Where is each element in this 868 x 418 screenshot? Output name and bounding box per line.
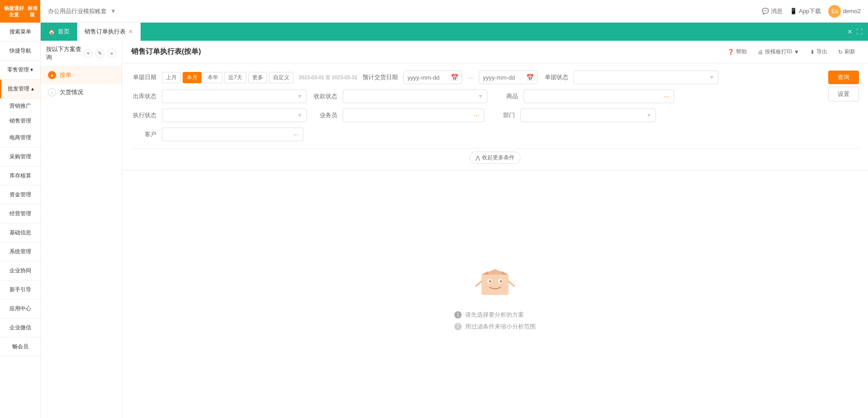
customer-more-btn[interactable]: ··· [288, 128, 303, 141]
exec-status-chevron-icon: ▼ [297, 112, 302, 119]
customer-input[interactable] [162, 128, 288, 141]
date-separator: — [467, 74, 473, 81]
scheme-icon-inactive: ○ [48, 88, 56, 96]
customer-dots-icon: ··· [291, 131, 300, 138]
status-select[interactable]: ▼ [574, 71, 718, 84]
receipt-status-select[interactable]: ▼ [343, 90, 487, 103]
dept-select[interactable]: ▼ [520, 109, 656, 122]
empty-hints: 请先选择要分析的方案 用过滤条件来缩小分析范围 [454, 309, 536, 332]
expected-date-end-wrapper: 📅 [479, 71, 538, 84]
sidebar-item-app-center[interactable]: 应用中心 [0, 299, 40, 318]
sidebar-item-inventory[interactable]: 库存核算 [0, 166, 40, 185]
avatar-initials: Ea [831, 8, 838, 14]
collapse-more-btn[interactable]: ⋀ 收起更多条件 [470, 152, 520, 164]
svg-line-8 [476, 281, 481, 286]
sidebar-item-wholesale[interactable]: 批发管理 ▴ [0, 80, 40, 99]
sidebar-item-purchase[interactable]: 采购管理 [0, 147, 40, 166]
date-btn-more[interactable]: 更多 [248, 72, 267, 83]
sidebar-item-label: 畅会员 [12, 343, 28, 350]
export-btn[interactable]: ⬇ 导出 [807, 46, 831, 57]
home-icon: 🏠 [48, 28, 55, 35]
sidebar-item-enterprise[interactable]: 企业协同 [0, 261, 40, 280]
tab-close-icon[interactable]: ✕ [128, 28, 133, 35]
print-icon: 🖨 [758, 49, 763, 55]
sidebar-item-label: 经营管理 [9, 210, 31, 217]
collapse-panel-btn[interactable]: « [107, 49, 116, 58]
app-download-icon: 📱 [790, 8, 797, 14]
page-header-actions: ❓ 帮助 🖨 按模板打印 ▼ ⬇ 导出 ↻ 刷新 [724, 46, 859, 57]
refresh-label: 刷新 [844, 48, 855, 56]
exec-status-label: 执行状态 [131, 111, 156, 119]
breadcrumb-arrow-icon[interactable]: ▼ [110, 8, 116, 14]
sidebar-item-sys-mgmt[interactable]: 系统管理 [0, 242, 40, 261]
sidebar-item-label: 系统管理 [9, 248, 31, 255]
refresh-btn[interactable]: ↻ 刷新 [835, 46, 859, 57]
sidebar-item-search[interactable]: 搜索菜单 [0, 23, 40, 42]
sidebar-item-label: 新手引导 [9, 286, 31, 293]
user-name: demo2 [843, 8, 861, 14]
logo-subtext: 标准版 [26, 5, 38, 18]
out-status-chevron-icon: ▼ [297, 93, 302, 100]
scheme-label: 欠货情况 [60, 88, 83, 96]
sidebar-section-item-marketing[interactable]: 营销推广 [0, 99, 40, 114]
sidebar-item-label: 基础信息 [9, 229, 31, 236]
scheme-label: 按单 [60, 71, 71, 79]
exec-status-select[interactable]: ▼ [162, 109, 307, 122]
salesperson-more-btn[interactable]: ··· [469, 109, 484, 122]
question-icon: ❓ [727, 49, 734, 55]
sidebar-item-weixin[interactable]: 企业微信 [0, 318, 40, 337]
sidebar-item-operation[interactable]: 经营管理 [0, 204, 40, 223]
date-btn-custom[interactable]: 自定义 [269, 72, 293, 83]
sidebar: 畅捷通好生意 标准版 搜索菜单 快捷导航 零售管理 ▾ 批发管理 ▴ 营销推广 … [0, 0, 41, 418]
sidebar-item-tutorial[interactable]: 新手引导 [0, 280, 40, 299]
scheme-item-shortage[interactable]: ○ 欠货情况 [41, 84, 122, 101]
goods-more-btn[interactable]: ··· [659, 90, 674, 103]
query-button[interactable]: 查询 [828, 71, 859, 84]
filter-area: 单据日期 上月 本月 本年 近7天 更多 自定义 2023-03-01 至 20… [122, 63, 868, 171]
edit-scheme-btn[interactable]: ✎ [95, 49, 104, 58]
out-status-select[interactable]: ▼ [162, 90, 307, 103]
date-quick-btns: 上月 本月 本年 近7天 更多 自定义 [162, 72, 293, 83]
sidebar-item-quick-nav[interactable]: 快捷导航 [0, 42, 40, 61]
hint-2-text: 用过滤条件来缩小分析范围 [465, 321, 536, 332]
goods-label: 商品 [493, 92, 518, 100]
goods-select[interactable] [524, 90, 659, 103]
filter-row-2: 出库状态 ▼ 收款状态 ▼ 商品 [131, 90, 821, 103]
tab-home[interactable]: 🏠 首页 [41, 23, 77, 41]
message-btn[interactable]: 💬 消息 [762, 7, 783, 15]
date-btn-this-month[interactable]: 本月 [183, 72, 202, 83]
sidebar-section-item-sales[interactable]: 销售管理 [0, 114, 40, 128]
sidebar-item-member[interactable]: 畅会员 [0, 337, 40, 356]
app-download-btn[interactable]: 📱 App下载 [790, 7, 821, 15]
date-btn-last-month[interactable]: 上月 [162, 72, 181, 83]
sidebar-item-label: 零售管理 [7, 66, 29, 73]
help-btn[interactable]: ❓ 帮助 [724, 46, 750, 57]
tab-close-all-icon[interactable]: ✕ [847, 28, 853, 35]
svg-marker-2 [481, 271, 488, 275]
print-btn[interactable]: 🖨 按模板打印 ▼ [754, 46, 803, 57]
add-scheme-btn[interactable]: + [84, 49, 93, 58]
left-panel-title: 按以下方案查询 [46, 45, 84, 62]
scheme-item-by-order[interactable]: ● 按单 [41, 66, 122, 84]
logo-text: 畅捷通好生意 [2, 5, 26, 18]
export-label: 导出 [816, 48, 827, 56]
svg-point-6 [489, 280, 491, 282]
salesperson-input[interactable] [343, 109, 469, 122]
date-label: 单据日期 [131, 73, 156, 81]
sidebar-item-label: 电商管理 [9, 134, 31, 141]
sidebar-item-retail[interactable]: 零售管理 ▾ [0, 61, 40, 80]
date-btn-this-year[interactable]: 本年 [203, 72, 222, 83]
sidebar-item-ecom[interactable]: 电商管理 [0, 128, 40, 147]
sidebar-item-base-info[interactable]: 基础信息 [0, 223, 40, 242]
date-btn-7days[interactable]: 近7天 [224, 72, 246, 83]
collapse-icon: « [110, 50, 113, 57]
svg-line-9 [509, 281, 514, 286]
tab-expand-icon[interactable]: ⛶ [856, 28, 863, 35]
content-area: 按以下方案查询 + ✎ « ● 按单 ○ [41, 41, 868, 418]
sidebar-item-label: 搜索菜单 [9, 28, 31, 35]
user-profile[interactable]: Ea demo2 [828, 5, 861, 18]
sidebar-item-label: 企业微信 [9, 324, 31, 331]
sidebar-item-finance[interactable]: 资金管理 [0, 185, 40, 204]
tab-sales-order[interactable]: 销售订单执行表 ✕ [77, 23, 141, 41]
settings-button[interactable]: 设置 [828, 87, 859, 101]
